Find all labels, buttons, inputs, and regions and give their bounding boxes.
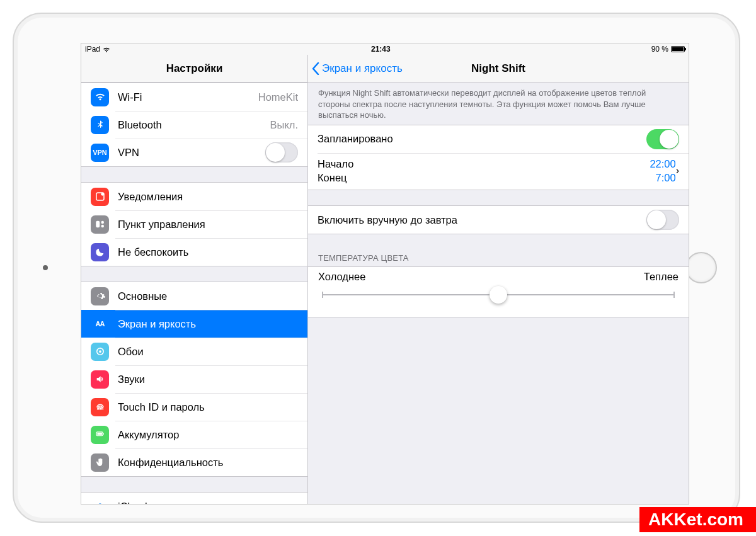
sidebar-item-label: Основные (118, 290, 167, 302)
svg-point-6 (99, 350, 101, 353)
back-button[interactable]: Экран и яркость (312, 55, 403, 82)
manual-group: Включить вручную до завтра (308, 205, 689, 234)
start-value: 22:00 (650, 157, 675, 171)
screen: iPad 21:43 90 % Настройки Wi-FiHomeKitBl… (81, 43, 689, 505)
sidebar-item-label: Уведомления (118, 191, 183, 203)
cold-label: Холоднее (318, 271, 365, 283)
sidebar-item-label: Экран и яркость (118, 318, 196, 330)
schedule-time-row[interactable]: Начало Конец 22:00 7:00 › (308, 153, 689, 190)
sidebar-item-value: Выкл. (270, 119, 298, 131)
sidebar-item-label: Не беспокоить (118, 246, 188, 258)
detail-title: Night Shift (471, 62, 525, 75)
sidebar-toggle[interactable] (265, 142, 298, 163)
back-label: Экран и яркость (322, 62, 403, 75)
device-label: iPad (85, 45, 100, 54)
warm-label: Теплее (644, 271, 679, 283)
dnd-icon (91, 243, 109, 261)
color-temp-header: Температура цвета (308, 249, 689, 266)
status-time: 21:43 (110, 45, 651, 54)
touch-icon (91, 398, 109, 416)
manual-toggle[interactable] (646, 210, 679, 230)
sidebar-item-touch[interactable]: Touch ID и пароль (81, 393, 307, 421)
svg-point-1 (101, 193, 104, 196)
sidebar-item-cloud[interactable]: iCloud (81, 493, 307, 504)
sidebar-item-wifi[interactable]: Wi-FiHomeKit (81, 83, 307, 111)
sidebar-item-wall[interactable]: Обои (81, 338, 307, 365)
cloud-icon (91, 498, 109, 505)
sidebar-title: Настройки (166, 62, 223, 75)
sidebar-item-label: Конфиденциальность (118, 457, 223, 469)
end-label: Конец (318, 171, 354, 185)
svg-point-10 (97, 353, 98, 354)
start-label: Начало (318, 157, 354, 171)
sidebar-item-label: Аккумулятор (118, 429, 179, 441)
sidebar-item-cc[interactable]: Пункт управления (81, 210, 307, 238)
color-temp-slider[interactable] (318, 285, 679, 304)
sound-icon (91, 370, 109, 389)
svg-point-7 (99, 348, 100, 349)
color-temp-group: Холоднее Теплее (308, 266, 689, 317)
sidebar-item-bt[interactable]: BluetoothВыкл. (81, 111, 307, 139)
sidebar-item-label: VPN (118, 147, 139, 159)
home-button[interactable] (685, 252, 717, 283)
schedule-group: Запланировано Начало Конец 22:00 7:00 (308, 125, 689, 191)
sidebar-item-batt[interactable]: Аккумулятор (81, 421, 307, 448)
sidebar-item-notif[interactable]: Уведомления (81, 183, 307, 210)
battery-icon (671, 46, 685, 52)
detail-body[interactable]: Функция Night Shift автоматически перево… (308, 83, 689, 504)
sidebar-item-hand[interactable]: Конфиденциальность (81, 448, 307, 476)
detail-pane: Экран и яркость Night Shift Функция Nigh… (308, 55, 689, 504)
detail-navbar: Экран и яркость Night Shift (308, 55, 689, 83)
sidebar-item-label: Пункт управления (118, 219, 205, 231)
scheduled-row[interactable]: Запланировано (308, 125, 689, 153)
wifi-icon (91, 88, 109, 106)
watermark: AKKet.com (639, 507, 756, 532)
sidebar-item-sound[interactable]: Звуки (81, 365, 307, 393)
scheduled-toggle[interactable] (646, 129, 679, 149)
wall-icon (91, 343, 109, 361)
svg-point-4 (101, 225, 104, 228)
svg-point-8 (102, 350, 103, 351)
scheduled-label: Запланировано (318, 133, 393, 145)
night-shift-description: Функция Night Shift автоматически перево… (308, 83, 689, 125)
notif-icon (91, 188, 109, 206)
svg-point-9 (101, 353, 103, 354)
svg-rect-2 (96, 221, 100, 228)
sidebar-item-value: HomeKit (258, 91, 298, 103)
display-icon: AA (91, 315, 109, 333)
sidebar-item-gear[interactable]: Основные (81, 282, 307, 310)
camera-dot (43, 265, 48, 270)
sidebar-item-label: Звуки (118, 373, 145, 385)
sidebar-item-label: Wi-Fi (118, 91, 142, 103)
battery-percentage: 90 % (651, 45, 668, 54)
cc-icon (91, 215, 109, 234)
sidebar-item-label: Обои (118, 346, 144, 358)
svg-rect-13 (103, 433, 103, 435)
sidebar-item-dnd[interactable]: Не беспокоить (81, 238, 307, 266)
status-bar: iPad 21:43 90 % (81, 43, 689, 55)
gear-icon (91, 287, 109, 305)
bt-icon (91, 116, 109, 134)
sidebar-item-vpn[interactable]: VPNVPN (81, 139, 307, 166)
manual-row[interactable]: Включить вручную до завтра (308, 206, 689, 234)
svg-point-3 (101, 221, 104, 224)
settings-sidebar: Настройки Wi-FiHomeKitBluetoothВыкл.VPNV… (81, 55, 308, 504)
vpn-icon: VPN (91, 144, 109, 162)
wifi-icon (103, 46, 110, 52)
sidebar-item-label: Touch ID и пароль (118, 401, 205, 413)
batt-icon (91, 426, 109, 444)
sidebar-item-label: iCloud (118, 501, 147, 505)
sidebar-item-display[interactable]: AAЭкран и яркость (81, 310, 307, 338)
sidebar-navbar: Настройки (81, 55, 307, 83)
chevron-right-icon: › (676, 165, 679, 176)
manual-label: Включить вручную до завтра (318, 214, 457, 226)
hand-icon (91, 453, 109, 472)
svg-rect-14 (97, 433, 102, 435)
svg-point-11 (96, 350, 98, 351)
ipad-frame: iPad 21:43 90 % Настройки Wi-FiHomeKitBl… (13, 13, 740, 523)
sidebar-scroll[interactable]: Wi-FiHomeKitBluetoothВыкл.VPNVPNУведомле… (81, 83, 307, 504)
end-value: 7:00 (656, 171, 676, 185)
sidebar-item-label: Bluetooth (118, 119, 162, 131)
